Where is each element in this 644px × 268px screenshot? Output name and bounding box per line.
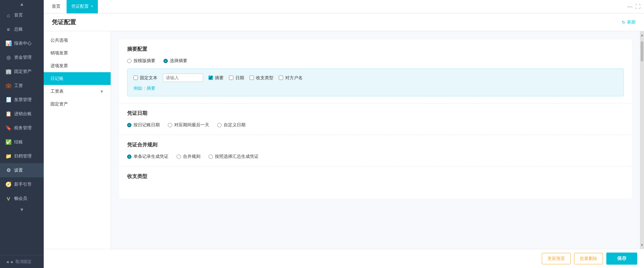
sidebar-unpin[interactable]: ◄◄ 取消固定 [0, 255, 44, 268]
sidebar-item-home[interactable]: ⌂ 首页 [0, 8, 44, 22]
left-nav-sales-invoice[interactable]: 销项发票 [44, 47, 111, 59]
sidebar-item-funds[interactable]: ◎ 资金管理 [0, 50, 44, 64]
sidebar-item-assets[interactable]: 🏢 固定资产 [0, 64, 44, 79]
left-nav-journal[interactable]: 日记账 [44, 72, 111, 85]
sidebar: ▲ ⌂ 首页 ≡ 总账 📊 报表中心 ◎ 资金管理 🏢 固定资产 💼 工资 🧾 … [0, 0, 44, 268]
update-preset-button[interactable]: 更新预置 [542, 253, 571, 264]
summary-radio-select[interactable]: 选择摘要 [163, 58, 187, 64]
summary-radio-template[interactable]: 按模版摘要 [127, 58, 155, 64]
income-type-title: 收支类型 [127, 173, 624, 180]
invoice-mgmt-icon: 🧾 [5, 97, 11, 103]
counterparty-checkbox[interactable] [279, 76, 283, 80]
guide-icon: 🧭 [5, 181, 11, 187]
voucher-date-radio-group: 按日记账日期 对应期间最后一天 自定义日期 [127, 122, 624, 128]
merge-rule-title: 凭证合并规则 [127, 142, 624, 148]
maximize-button[interactable]: ⛶ [635, 4, 641, 10]
summary-config-section: 摘要配置 按模版摘要 选择摘要 [119, 39, 632, 103]
funds-icon: ◎ [5, 54, 11, 60]
radio-single[interactable]: 单条记录生成凭证 [127, 153, 168, 160]
checkbox-income-type[interactable]: 收支类型 [250, 75, 273, 81]
single-input[interactable] [127, 154, 131, 159]
window-controls: — ⛶ [627, 4, 641, 10]
sidebar-scroll-up[interactable]: ▲ [0, 0, 44, 8]
by-selection-input[interactable] [209, 154, 213, 159]
sidebar-item-payroll[interactable]: 💼 工资 [0, 79, 44, 93]
left-nav: 公共选项 销项发票 进项发票 日记账 工资表 ▼ 固定资产 [44, 31, 111, 249]
date-checkbox[interactable] [229, 76, 233, 80]
scroll-thumb[interactable] [641, 41, 643, 61]
sidebar-item-archive[interactable]: 📁 归档管理 [0, 149, 44, 163]
scroll-up-arrow[interactable]: ▲ [640, 31, 644, 39]
summary-radio-template-input[interactable] [127, 59, 131, 63]
left-nav-fixed-assets[interactable]: 固定资产 [44, 98, 111, 110]
summary-config-title: 摘要配置 [127, 46, 624, 52]
radio-last-day[interactable]: 对应期间最后一天 [168, 122, 209, 128]
purchase-sales-icon: 📋 [5, 111, 11, 117]
tab-home[interactable]: 首页 [47, 0, 65, 13]
sidebar-item-tax[interactable]: 🔖 税务管理 [0, 121, 44, 135]
vip-icon: V [5, 196, 11, 202]
sidebar-scroll-down[interactable]: ▼ [0, 206, 44, 214]
sidebar-item-guide[interactable]: 🧭 新手引导 [0, 177, 44, 191]
settings-icon: ⚙ [5, 167, 11, 173]
checkbox-counterparty[interactable]: 对方户名 [279, 75, 303, 81]
summary-checkboxes-row: 固定文本 摘要 日期 [134, 74, 617, 82]
sidebar-item-invoice-mgmt[interactable]: 🧾 发票管理 [0, 93, 44, 107]
sidebar-item-ledger[interactable]: ≡ 总账 [0, 22, 44, 36]
checkbox-date[interactable]: 日期 [229, 75, 244, 81]
bottom-bar: 更新预置 批量删除 保存 [44, 249, 644, 268]
voucher-date-title: 凭证日期 [127, 110, 624, 117]
save-button[interactable]: 保存 [606, 253, 637, 265]
refresh-icon: ↻ [622, 20, 626, 25]
minimize-button[interactable]: — [627, 4, 633, 10]
voucher-date-section: 凭证日期 按日记账日期 对应期间最后一天 [119, 103, 632, 135]
tab-close-button[interactable]: × [91, 4, 93, 9]
payroll-icon: 💼 [5, 83, 11, 89]
merge-rule-section: 凭证合并规则 单条记录生成凭证 合并规则 [119, 135, 632, 167]
tax-icon: 🔖 [5, 125, 11, 131]
summary-checkbox[interactable] [209, 76, 213, 80]
archive-icon: 📁 [5, 153, 11, 159]
outer-scrollbar[interactable]: ▲ ▼ [640, 31, 644, 249]
right-content: 摘要配置 按模版摘要 选择摘要 [111, 31, 640, 249]
merge-input[interactable] [177, 154, 181, 159]
radio-merge[interactable]: 合并规则 [177, 153, 200, 160]
chevron-down-icon: ▼ [100, 89, 104, 94]
radio-custom-date[interactable]: 自定义日期 [217, 122, 245, 128]
summary-radio-select-input[interactable] [163, 59, 168, 63]
closing-icon: ✅ [5, 139, 11, 145]
last-day-input[interactable] [168, 123, 172, 127]
left-nav-purchase-invoice[interactable]: 进项发票 [44, 59, 111, 72]
home-icon: ⌂ [5, 12, 11, 18]
tab-voucher-config[interactable]: 凭证配置 × [67, 0, 98, 13]
ledger-icon: ≡ [5, 27, 11, 32]
unpin-icon: ◄◄ [5, 260, 13, 264]
summary-radio-group: 按模版摘要 选择摘要 [127, 58, 624, 64]
income-type-checkbox[interactable] [250, 76, 254, 80]
sidebar-item-closing[interactable]: ✅ 结账 [0, 135, 44, 149]
income-type-section: 收支类型 [119, 167, 632, 198]
refresh-button[interactable]: ↻ 刷新 [622, 19, 636, 25]
sidebar-item-reports[interactable]: 📊 报表中心 [0, 36, 44, 50]
custom-date-input[interactable] [217, 123, 222, 127]
reports-icon: 📊 [5, 40, 11, 46]
fixed-text-input[interactable] [163, 74, 203, 82]
sidebar-item-vip[interactable]: V 畅会员 [0, 191, 44, 206]
radio-by-journal-date[interactable]: 按日记账日期 [127, 122, 160, 128]
merge-rule-radio-group: 单条记录生成凭证 合并规则 按照选择汇总生成凭证 [127, 153, 624, 160]
page-title: 凭证配置 [52, 18, 76, 26]
page-header: 凭证配置 ↻ 刷新 [44, 13, 644, 31]
sidebar-item-settings[interactable]: ⚙ 设置 [0, 163, 44, 177]
left-nav-payroll-table[interactable]: 工资表 ▼ [44, 85, 111, 98]
checkbox-summary[interactable]: 摘要 [209, 75, 224, 81]
assets-icon: 🏢 [5, 69, 11, 75]
radio-by-selection[interactable]: 按照选择汇总生成凭证 [209, 153, 259, 160]
batch-delete-button[interactable]: 批量删除 [574, 253, 603, 264]
by-journal-date-input[interactable] [127, 123, 131, 127]
left-nav-public[interactable]: 公共选项 [44, 34, 111, 47]
fixed-text-checkbox[interactable] [134, 76, 138, 80]
scroll-down-arrow[interactable]: ▼ [640, 241, 644, 249]
sidebar-item-purchase-sales[interactable]: 📋 进销台账 [0, 107, 44, 121]
checkbox-fixed-text[interactable]: 固定文本 [134, 75, 157, 81]
tabs-bar: 首页 凭证配置 × — ⛶ [44, 0, 644, 13]
